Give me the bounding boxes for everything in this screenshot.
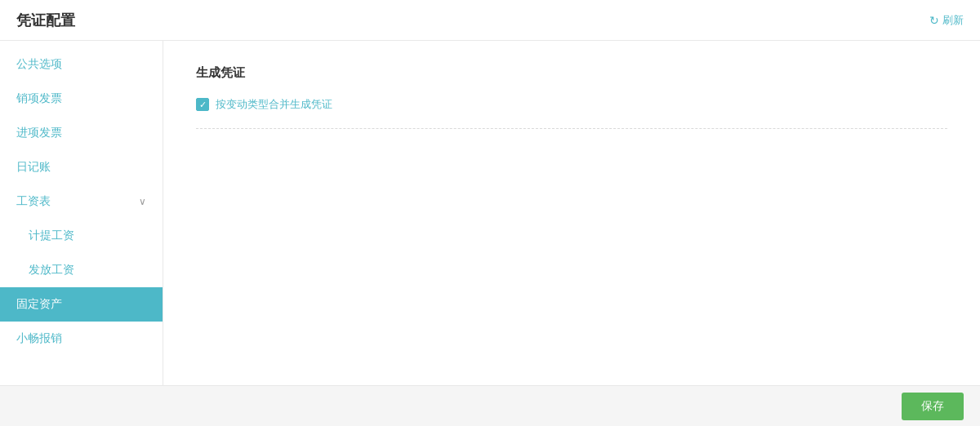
- sidebar-item-label: 进项发票: [16, 126, 62, 140]
- merge-checkbox[interactable]: ✓: [196, 98, 209, 111]
- sidebar-item-payroll[interactable]: 工资表∨: [0, 184, 163, 219]
- refresh-label: 刷新: [942, 13, 964, 28]
- sidebar-item-label: 固定资产: [16, 297, 62, 312]
- sidebar-item-label: 小畅报销: [16, 331, 62, 346]
- sidebar: 公共选项销项发票进项发票日记账工资表∨计提工资发放工资固定资产小畅报销: [0, 41, 163, 385]
- refresh-button[interactable]: ↻ 刷新: [929, 13, 964, 28]
- chevron-down-icon: ∨: [139, 196, 146, 207]
- checkbox-label[interactable]: 按变动类型合并生成凭证: [216, 97, 332, 112]
- sidebar-item-expense[interactable]: 小畅报销: [0, 322, 163, 356]
- sidebar-item-purchase-invoice[interactable]: 进项发票: [0, 116, 163, 150]
- save-button[interactable]: 保存: [902, 393, 964, 420]
- main-layout: 公共选项销项发票进项发票日记账工资表∨计提工资发放工资固定资产小畅报销 生成凭证…: [0, 41, 980, 385]
- checkmark-icon: ✓: [199, 100, 207, 109]
- sidebar-item-sales-invoice[interactable]: 销项发票: [0, 82, 163, 116]
- sidebar-item-label: 发放工资: [29, 263, 74, 277]
- sidebar-item-fixed-assets[interactable]: 固定资产: [0, 287, 163, 322]
- sidebar-item-label: 销项发票: [16, 91, 62, 106]
- sidebar-item-calc-salary[interactable]: 计提工资: [0, 219, 163, 253]
- sidebar-item-public[interactable]: 公共选项: [0, 47, 163, 82]
- header: 凭证配置 ↻ 刷新: [0, 0, 980, 41]
- section-divider: [196, 128, 947, 129]
- sidebar-item-label: 工资表: [16, 194, 51, 209]
- content-area: 生成凭证 ✓ 按变动类型合并生成凭证: [163, 41, 980, 385]
- sidebar-item-journal[interactable]: 日记账: [0, 150, 163, 184]
- section-title: 生成凭证: [196, 65, 947, 81]
- sidebar-item-label: 日记账: [16, 160, 51, 175]
- checkbox-row: ✓ 按变动类型合并生成凭证: [196, 97, 947, 112]
- footer: 保存: [0, 385, 980, 426]
- refresh-icon: ↻: [929, 14, 939, 27]
- sidebar-item-pay-salary[interactable]: 发放工资: [0, 253, 163, 287]
- page-title: 凭证配置: [16, 11, 75, 30]
- sidebar-item-label: 计提工资: [29, 229, 74, 243]
- sidebar-item-label: 公共选项: [16, 57, 62, 72]
